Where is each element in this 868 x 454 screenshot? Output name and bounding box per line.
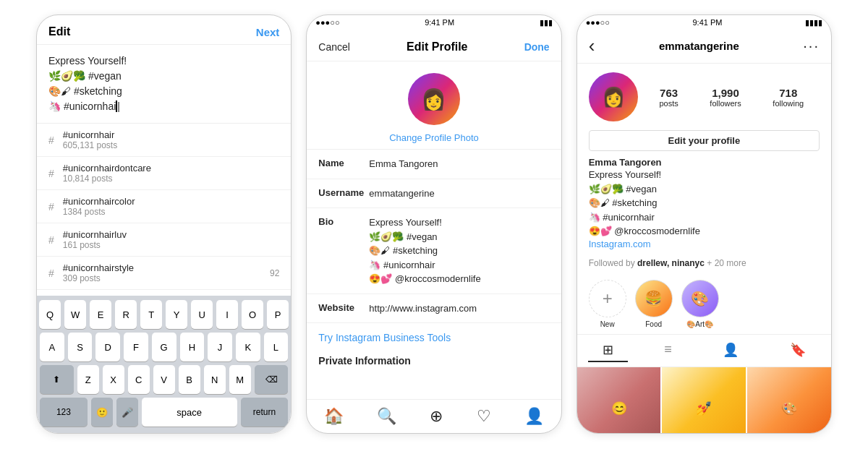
photo-grid: 😊 💅 🎨 — [577, 367, 831, 434]
screen2-header: Cancel Edit Profile Done — [307, 30, 561, 61]
keyboard[interactable]: Q W E R T Y U I O P A S D F G H J K L — [37, 296, 291, 433]
stat-following[interactable]: 718 following — [773, 87, 804, 108]
field-value-bio[interactable]: Express Yourself! 🌿🥑🥦 #vegan 🎨🖌 #sketchi… — [369, 215, 549, 286]
following-label: following — [773, 99, 804, 108]
key-emoji[interactable]: 🙂 — [91, 398, 113, 427]
key-j[interactable]: J — [208, 333, 232, 361]
hashtag-num: 92 — [270, 268, 279, 278]
change-photo-button[interactable]: Change Profile Photo — [389, 132, 479, 143]
hashtag-item[interactable]: # #unicornhair 605,131 posts — [37, 124, 291, 157]
key-g[interactable]: G — [152, 333, 176, 361]
key-r[interactable]: R — [115, 300, 137, 329]
stat-followers[interactable]: 1,990 followers — [710, 87, 741, 108]
key-z[interactable]: Z — [77, 365, 99, 394]
business-tools-link[interactable]: Try Instagram Business Tools — [307, 323, 561, 352]
edit-profile-button[interactable]: Edit your profile — [589, 130, 820, 151]
field-value-name[interactable]: Emma Tangoren — [369, 157, 549, 171]
photo-cell-3[interactable]: 🎨 — [747, 367, 831, 434]
key-b[interactable]: B — [179, 365, 200, 394]
key-e[interactable]: E — [90, 300, 111, 329]
nav-home-icon[interactable]: 🏠 — [324, 407, 344, 426]
hashtag-count: 605,131 posts — [63, 140, 280, 150]
key-a[interactable]: A — [40, 333, 64, 361]
photo-cell-2[interactable]: 💅 — [662, 367, 746, 434]
highlight-new[interactable]: + New — [589, 280, 626, 328]
hashtag-item[interactable]: # #unicornhaircolor 1384 posts — [37, 190, 291, 223]
stat-posts[interactable]: 763 posts — [659, 87, 678, 108]
key-y[interactable]: Y — [166, 300, 187, 329]
hashtag-name: #unicornhairluv — [63, 229, 280, 240]
key-n[interactable]: N — [204, 365, 226, 394]
key-s[interactable]: S — [68, 333, 93, 361]
done-button[interactable]: Done — [524, 41, 550, 53]
nav-heart-icon[interactable]: ♡ — [477, 407, 491, 426]
key-q[interactable]: Q — [39, 300, 61, 329]
hashtag-item[interactable]: # #unicornhairstyle 309 posts 92 — [37, 257, 291, 290]
key-d[interactable]: D — [95, 333, 120, 361]
followed-by-names: drellew, ninanyc — [637, 258, 705, 268]
key-t[interactable]: T — [140, 300, 162, 329]
key-x[interactable]: X — [103, 365, 124, 394]
screen1-phone: Edit Next Express Yourself! 🌿🥑🥦 #vegan 🎨… — [36, 14, 292, 434]
hashtag-info: #unicornhair 605,131 posts — [63, 129, 280, 150]
key-v[interactable]: V — [153, 365, 175, 394]
hashtag-name: #unicornhairdontcare — [63, 163, 280, 174]
key-mic[interactable]: 🎤 — [116, 398, 138, 427]
highlight-label-art: 🎨Art🎨 — [686, 320, 713, 328]
cancel-button[interactable]: Cancel — [318, 41, 350, 53]
grid-tab-list[interactable]: ≡ — [650, 339, 686, 362]
hashtag-info: #unicornhairstyle 309 posts — [63, 262, 270, 283]
s3-status-time: 9:41 PM — [692, 18, 722, 27]
grid-tab-tagged[interactable]: 👤 — [708, 339, 753, 362]
bio-line2: 🌿🥑🥦 #vegan — [48, 69, 279, 84]
key-l[interactable]: L — [264, 333, 289, 361]
field-label-username: Username — [318, 187, 369, 198]
hashtag-name: #unicornhair — [63, 129, 280, 140]
key-c[interactable]: C — [128, 365, 150, 394]
s3-status-battery: ▮▮▮▮ — [805, 18, 822, 27]
back-button[interactable]: ‹ — [589, 35, 595, 57]
key-u[interactable]: U — [191, 300, 213, 329]
next-button[interactable]: Next — [256, 26, 280, 38]
stats-group: 763 posts 1,990 followers 718 following — [644, 87, 820, 108]
key-space[interactable]: space — [142, 398, 237, 427]
more-options-icon[interactable]: ··· — [803, 38, 820, 54]
hashtag-item[interactable]: # #unicornhairluv 161 posts — [37, 223, 291, 257]
key-i[interactable]: I — [216, 300, 238, 329]
key-shift[interactable]: ⬆ — [40, 365, 74, 394]
screen2-bottom-nav: 🏠 🔍 ⊕ ♡ 👤 — [307, 399, 561, 433]
screen3-header: ‹ emmatangerine ··· — [577, 30, 831, 64]
screen1-title: Edit — [48, 25, 70, 38]
nav-profile-icon[interactable]: 👤 — [524, 407, 544, 426]
new-highlight-circle: + — [589, 280, 626, 317]
field-value-username[interactable]: emmatangerine — [369, 187, 549, 201]
kb-row-3: ⬆ Z X C V B N M ⌫ — [40, 365, 288, 394]
key-f[interactable]: F — [124, 333, 148, 361]
highlight-art[interactable]: 🎨 🎨Art🎨 — [681, 280, 719, 328]
key-k[interactable]: K — [236, 333, 260, 361]
hashtag-item[interactable]: # #unicornhairdontcare 10,814 posts — [37, 157, 291, 190]
bio-link[interactable]: Instagram.com — [589, 239, 820, 249]
photo-cell-1[interactable]: 😊 — [577, 367, 661, 434]
key-backspace[interactable]: ⌫ — [255, 365, 289, 394]
key-m[interactable]: M — [229, 365, 251, 394]
key-h[interactable]: H — [180, 333, 205, 361]
key-o[interactable]: O — [242, 300, 263, 329]
hashtag-info: #unicornhairdontcare 10,814 posts — [63, 163, 280, 184]
followed-by: Followed by drellew, ninanyc + 20 more — [577, 255, 831, 274]
key-return[interactable]: return — [241, 398, 289, 427]
grid-tab-saved[interactable]: 🔖 — [775, 339, 820, 362]
edit-text-area[interactable]: Express Yourself! 🌿🥑🥦 #vegan 🎨🖌 #sketchi… — [37, 45, 291, 124]
key-p[interactable]: P — [267, 300, 289, 329]
field-bio: Bio Express Yourself! 🌿🥑🥦 #vegan 🎨🖌 #ske… — [307, 208, 561, 294]
nav-search-icon[interactable]: 🔍 — [377, 407, 396, 426]
highlight-food[interactable]: 🍔 Food — [635, 280, 673, 328]
profile-picture-large[interactable]: 👩 — [589, 72, 638, 121]
key-123[interactable]: 123 — [40, 398, 88, 427]
grid-tab-grid[interactable]: ⊞ — [588, 339, 628, 362]
nav-add-icon[interactable]: ⊕ — [430, 407, 443, 426]
field-value-website[interactable]: http://www.instagram.com — [369, 301, 549, 316]
key-w[interactable]: W — [64, 300, 86, 329]
hash-icon: # — [48, 168, 54, 179]
status-bar2: ●●●○○ 9:41 PM ▮▮▮ — [307, 15, 561, 30]
